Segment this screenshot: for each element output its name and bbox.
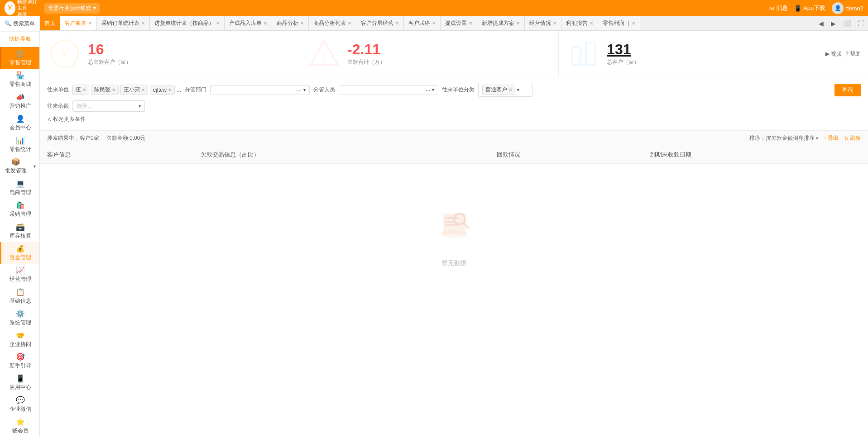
tab-close-purchase[interactable]: ✕	[141, 21, 145, 26]
help-link[interactable]: ? 帮助	[845, 50, 861, 58]
sidebar-item-member[interactable]: 👤 会员中心	[0, 112, 39, 134]
stat-value-debt: -2.11	[347, 42, 385, 57]
tab-close-retail-profit[interactable]: ✕	[632, 21, 635, 26]
tab-close-operation[interactable]: ✕	[553, 21, 556, 26]
tab-close-production[interactable]: ✕	[264, 21, 267, 26]
sidebar-item-vip[interactable]: ⭐ 畅会员	[0, 415, 39, 437]
tab-product-analysis[interactable]: 商品分析 ✕	[272, 16, 309, 30]
refresh-button[interactable]: ↻ 刷新	[844, 134, 861, 142]
sidebar-item-retail-stats[interactable]: 📊 零售统计	[0, 134, 39, 156]
tab-promotion-settings[interactable]: 提成设置 ✕	[441, 16, 477, 30]
sidebar-item-operation[interactable]: 📈 经营管理	[0, 264, 39, 285]
tab-customer-contact[interactable]: 客户联络 ✕	[404, 16, 441, 30]
sidebar: 🔍 搜索菜单 快捷导航 🛒 零售管理 🏪 零售商城 📣 营销推广 👤 会员中心	[0, 16, 40, 437]
sidebar-item-wholesale-mgmt[interactable]: 📦 批发管理 ▾	[0, 155, 39, 177]
filter-select-dept[interactable]: ··· ▾	[210, 85, 310, 95]
table-header-row: 客户信息 欠款交易信息（占比） 回款情况 到期未收款日期	[40, 146, 868, 164]
sidebar-item-enterprise[interactable]: 🤝 企业协同	[0, 329, 39, 351]
sidebar-item-app-center[interactable]: 📱 应用中心	[0, 372, 39, 394]
tag-close-cjttcw[interactable]: ✕	[168, 87, 172, 92]
tab-production-stock[interactable]: 产成品入库单 ✕	[225, 16, 272, 30]
member-icon: 👤	[16, 114, 25, 123]
app-download-button[interactable]: 📱 App下载	[794, 4, 825, 12]
sort-chevron-icon: ▾	[816, 136, 818, 141]
tab-close-profit[interactable]: ✕	[590, 21, 593, 26]
filter-select-person[interactable]: ··· ▾	[339, 85, 438, 95]
sidebar-item-wechat[interactable]: 💬 企业微信	[0, 394, 39, 415]
tab-close-add-promo[interactable]: ✕	[516, 21, 520, 26]
quick-nav[interactable]: 快捷导航	[0, 32, 39, 47]
filter-tag-wu: 伍 ✕	[72, 85, 89, 95]
tag-close-chen[interactable]: ✕	[112, 87, 115, 92]
video-help-link[interactable]: ▶ 视频	[825, 50, 842, 58]
collapse-filter-button[interactable]: ∧ 收起更多条件	[47, 115, 861, 123]
refresh-icon: ↻	[844, 135, 849, 142]
help-icon: ?	[845, 51, 849, 57]
stat-card-total-customers: 131 总客户（家）	[559, 31, 818, 77]
tag-close-wang[interactable]: ✕	[141, 87, 145, 92]
tab-profit-report[interactable]: 利润报告 ✕	[561, 16, 598, 30]
export-button[interactable]: ↑ 导出	[824, 134, 839, 142]
tab-home[interactable]: 首页	[40, 16, 60, 30]
filter-dept-chevron-icon: ▾	[303, 87, 306, 92]
vip-icon: ⭐	[16, 418, 25, 426]
sidebar-item-marketing[interactable]: 📣 营销推广	[0, 90, 39, 112]
sidebar-item-retail-mgmt[interactable]: 🛒 零售管理	[0, 47, 39, 69]
tab-close-promotion[interactable]: ✕	[469, 21, 472, 26]
message-button[interactable]: ✉ 消息	[769, 4, 788, 12]
tab-customer-segment[interactable]: 客户分层经营 ✕	[356, 16, 404, 30]
data-table: 客户信息 欠款交易信息（占比） 回款情况 到期未收款日期	[40, 146, 868, 164]
main-layout: 🔍 搜索菜单 快捷导航 🛒 零售管理 🏪 零售商城 📣 营销推广 👤 会员中心	[0, 16, 868, 437]
sidebar-item-basic-info[interactable]: 📋 基础信息	[0, 285, 39, 307]
tab-purchase-order-stats[interactable]: 采购订单统计表 ✕	[97, 16, 150, 30]
query-button[interactable]: 查询	[834, 84, 861, 96]
tab-close-contact[interactable]: ✕	[432, 21, 436, 26]
workspace-selector[interactable]: 母婴行业演示帐套 ▾	[44, 3, 100, 14]
sidebar-item-newbie[interactable]: 🎯 新手引导	[0, 350, 39, 372]
tab-next-button[interactable]: ▶	[827, 18, 839, 29]
tab-operation-status[interactable]: 经营情况 ✕	[525, 16, 561, 30]
stat-value-debtors: 16	[88, 42, 131, 57]
inventory-icon: 🗃️	[16, 223, 25, 231]
logo-area: ¥ 畅捷通好生意 标版	[5, 0, 41, 17]
filter-more-tags[interactable]: ...	[177, 87, 181, 93]
sort-selector[interactable]: 排序：按欠款金额倒序排序 ▾	[749, 134, 818, 142]
sidebar-item-retail-mall[interactable]: 🏪 零售商城	[0, 69, 39, 90]
tab-close-segment[interactable]: ✕	[395, 21, 399, 26]
top-bar: ¥ 畅捷通好生意 标版 母婴行业演示帐套 ▾ ✉ 消息 📱 App下载 👤 de…	[0, 0, 868, 16]
basic-info-icon: 📋	[16, 288, 25, 296]
tab-close-stock[interactable]: ✕	[216, 21, 220, 26]
tab-prev-button[interactable]: ◀	[815, 18, 827, 29]
tab-customer-book[interactable]: 客户账本 ✕	[60, 16, 97, 30]
sidebar-item-ecommerce[interactable]: 💻 电商管理	[0, 177, 39, 199]
col-header-repayment: 回款情况	[489, 146, 643, 164]
tab-close-product-analysis[interactable]: ✕	[300, 21, 304, 26]
tab-add-promotion[interactable]: 新增提成方案 ✕	[477, 16, 525, 30]
avatar: 👤	[832, 2, 844, 14]
tab-close-product-list[interactable]: ✕	[348, 21, 351, 26]
app-center-icon: 📱	[16, 374, 25, 383]
user-menu[interactable]: 👤 demo2	[832, 2, 863, 14]
tag-close-wu[interactable]: ✕	[82, 87, 86, 92]
filter-label-dept: 分管部门	[185, 86, 206, 94]
filter-select-category[interactable]: 普通客户 ✕ ▾	[478, 83, 532, 97]
tab-expand-button[interactable]: ⬜	[839, 18, 854, 29]
sidebar-search[interactable]: 🔍 搜索菜单	[0, 16, 39, 32]
tab-fullscreen-button[interactable]: ⛶	[854, 18, 868, 29]
sidebar-item-inventory[interactable]: 🗃️ 库存核算	[0, 220, 39, 242]
tag-close-normal-customer[interactable]: ✕	[508, 87, 512, 92]
sidebar-item-system[interactable]: ⚙️ 系统管理	[0, 307, 39, 329]
retail-mgmt-icon: 🛒	[16, 49, 25, 58]
empty-state: 暂无数据	[40, 164, 868, 304]
finance-icon: 💰	[16, 244, 25, 253]
tab-stock-stats[interactable]: 进货单统计表（按商品） ✕	[150, 16, 225, 30]
sidebar-item-finance[interactable]: 💰 资金管理	[0, 242, 39, 264]
system-icon: ⚙️	[16, 309, 25, 318]
tab-close-customer-book[interactable]: ✕	[88, 21, 92, 26]
stats-row: ¥ 16 总欠款客户（家） !	[40, 31, 868, 77]
filter-dept-more-icon: ···	[297, 87, 302, 93]
sidebar-item-purchase[interactable]: 🛍️ 采购管理	[0, 199, 39, 220]
tab-product-analysis-list[interactable]: 商品分析列表 ✕	[309, 16, 356, 30]
filter-select-balance[interactable]: 选择... ▾	[72, 100, 145, 112]
tab-retail-profit[interactable]: 零售利润（ ✕	[598, 16, 640, 30]
